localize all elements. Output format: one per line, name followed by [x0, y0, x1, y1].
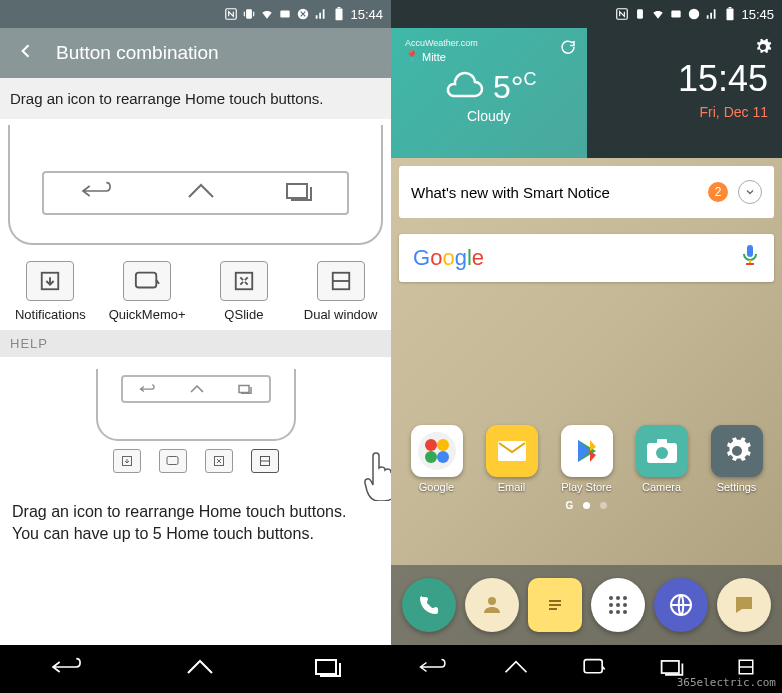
svg-rect-8 — [136, 273, 156, 288]
nav-preview-bar[interactable] — [42, 171, 349, 215]
svg-point-20 — [689, 9, 700, 20]
svg-point-27 — [425, 451, 437, 463]
weather-widget[interactable]: AccuWeather.com 📍Mitte 5°C Cloudy — [391, 28, 587, 158]
dock-apps[interactable] — [591, 578, 645, 632]
option-dualwindow[interactable]: Dual window — [295, 261, 387, 322]
vibrate-icon — [633, 7, 647, 21]
page-indicator[interactable]: G — [391, 500, 782, 511]
smart-notice-card[interactable]: What's new with Smart Notice 2 — [399, 166, 774, 218]
system-nav-left — [0, 645, 391, 693]
mini-quickmemo-icon — [159, 449, 187, 473]
nav-back-button[interactable] — [416, 658, 452, 680]
clock-time: 15:45 — [601, 58, 769, 100]
device-preview — [8, 125, 383, 245]
mini-dualwindow-icon — [251, 449, 279, 473]
dock-messages[interactable] — [717, 578, 771, 632]
signal-icon — [314, 7, 328, 21]
svg-rect-19 — [672, 11, 681, 18]
signal-icon — [705, 7, 719, 21]
app-settings[interactable]: Settings — [703, 425, 771, 493]
status-bar-right: 15:45 — [391, 0, 782, 28]
status-time: 15:45 — [741, 7, 774, 22]
svg-point-25 — [425, 439, 437, 451]
option-quickmemo[interactable]: QuickMemo+ — [101, 261, 193, 322]
svg-rect-6 — [287, 184, 307, 198]
svg-rect-4 — [336, 8, 343, 20]
button-options: Notifications QuickMemo+ QSlide Dual win… — [0, 257, 391, 330]
svg-point-38 — [616, 603, 620, 607]
vibrate-icon — [242, 7, 256, 21]
weather-temp: 5° — [493, 69, 524, 105]
chevron-down-icon[interactable] — [738, 180, 762, 204]
svg-rect-9 — [236, 273, 253, 290]
back-icon[interactable] — [16, 41, 36, 65]
mini-qslide-icon — [205, 449, 233, 473]
dock-phone[interactable] — [402, 578, 456, 632]
help-text-line2: You can have up to 5 Home touch buttons. — [12, 523, 379, 545]
svg-rect-16 — [316, 660, 336, 674]
clock-widget[interactable]: 15:45 Fri, Dec 11 — [587, 28, 783, 158]
dock-memo[interactable] — [528, 578, 582, 632]
wifi-icon — [651, 7, 665, 21]
svg-point-36 — [623, 596, 627, 600]
svg-point-40 — [609, 610, 613, 614]
svg-point-31 — [656, 447, 668, 459]
app-email[interactable]: Email — [478, 425, 546, 493]
nfc-icon — [615, 7, 629, 21]
app-camera[interactable]: Camera — [628, 425, 696, 493]
svg-point-33 — [488, 597, 496, 605]
battery-icon — [332, 7, 346, 21]
app-playstore[interactable]: Play Store — [553, 425, 621, 493]
svg-point-24 — [418, 432, 456, 470]
data-icon — [669, 7, 683, 21]
option-qslide[interactable]: QSlide — [198, 261, 290, 322]
svg-point-39 — [623, 603, 627, 607]
status-time: 15:44 — [350, 7, 383, 22]
location-pin-icon: 📍 — [405, 50, 419, 63]
clock-date: Fri, Dec 11 — [601, 104, 769, 120]
weather-unit: C — [524, 69, 537, 89]
nav-quickmemo-button[interactable] — [580, 658, 608, 680]
nav-home-button[interactable] — [502, 658, 530, 680]
weather-condition: Cloudy — [405, 108, 573, 124]
svg-point-34 — [609, 596, 613, 600]
svg-rect-32 — [657, 439, 667, 444]
dock — [391, 565, 782, 645]
nav-home-button[interactable] — [184, 657, 216, 681]
svg-point-28 — [437, 451, 449, 463]
nav-back-button[interactable] — [48, 657, 88, 681]
help-heading: HELP — [0, 330, 391, 357]
option-notifications[interactable]: Notifications — [4, 261, 96, 322]
battery-icon — [723, 7, 737, 21]
cloud-icon — [441, 70, 485, 106]
app-google[interactable]: Google — [403, 425, 471, 493]
mini-notifications-icon — [113, 449, 141, 473]
watermark: 365electric.com — [677, 676, 776, 689]
notice-badge: 2 — [708, 182, 728, 202]
svg-rect-11 — [239, 386, 249, 393]
sim-icon — [296, 7, 310, 21]
wifi-icon — [260, 7, 274, 21]
back-nav-icon[interactable] — [78, 181, 118, 205]
svg-point-37 — [609, 603, 613, 607]
header-bar: Button combination — [0, 28, 391, 78]
dock-browser[interactable] — [654, 578, 708, 632]
svg-rect-18 — [638, 9, 644, 18]
svg-rect-44 — [585, 660, 603, 673]
mic-icon[interactable] — [740, 244, 760, 272]
home-nav-icon[interactable] — [185, 181, 217, 205]
refresh-icon[interactable] — [559, 38, 577, 60]
svg-rect-1 — [247, 9, 253, 18]
svg-rect-21 — [727, 8, 734, 20]
help-text-line1: Drag an icon to rearrange Home touch but… — [12, 501, 379, 523]
svg-point-35 — [616, 596, 620, 600]
gear-icon[interactable] — [754, 38, 772, 60]
google-search-bar[interactable]: Google — [399, 234, 774, 282]
svg-point-42 — [623, 610, 627, 614]
weather-location: Mitte — [422, 51, 446, 63]
notice-text: What's new with Smart Notice — [411, 184, 610, 201]
google-logo: Google — [413, 245, 484, 271]
nav-recent-button[interactable] — [313, 657, 343, 681]
dock-contacts[interactable] — [465, 578, 519, 632]
recent-nav-icon[interactable] — [284, 181, 314, 205]
